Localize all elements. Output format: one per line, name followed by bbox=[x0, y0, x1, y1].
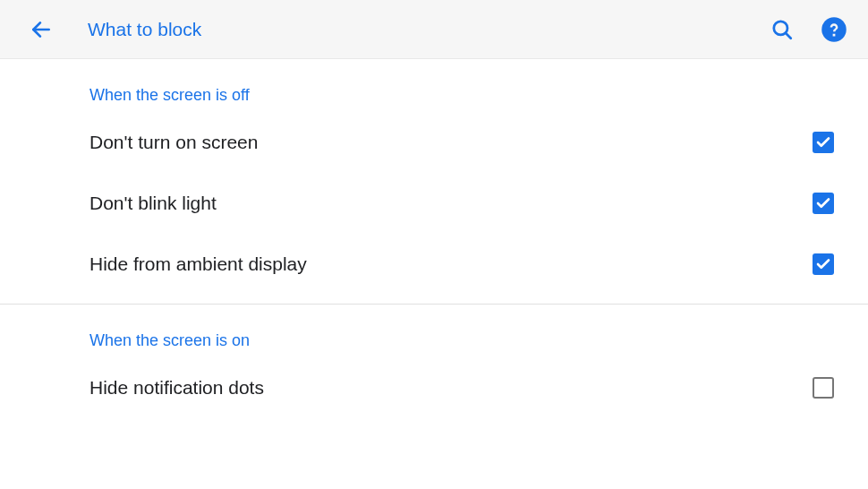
header-bar: What to block bbox=[0, 0, 868, 59]
section-header: When the screen is off bbox=[0, 59, 868, 112]
setting-label: Hide from ambient display bbox=[89, 253, 307, 275]
search-icon[interactable] bbox=[768, 15, 796, 44]
section-header: When the screen is on bbox=[0, 305, 868, 357]
checkbox-checked-icon[interactable] bbox=[813, 132, 834, 153]
setting-dont-blink-light[interactable]: Don't blink light bbox=[0, 173, 868, 234]
setting-hide-ambient[interactable]: Hide from ambient display bbox=[0, 234, 868, 295]
checkbox-checked-icon[interactable] bbox=[813, 193, 834, 214]
checkbox-unchecked-icon[interactable] bbox=[813, 377, 834, 399]
setting-hide-notification-dots[interactable]: Hide notification dots bbox=[0, 357, 868, 418]
setting-label: Don't blink light bbox=[89, 193, 217, 214]
svg-line-2 bbox=[786, 32, 791, 38]
page-title: What to block bbox=[88, 19, 768, 40]
section-screen-on: When the screen is on Hide notification … bbox=[0, 305, 868, 418]
help-icon[interactable] bbox=[818, 13, 850, 46]
setting-label: Don't turn on screen bbox=[89, 132, 258, 153]
checkbox-checked-icon[interactable] bbox=[813, 253, 834, 275]
setting-label: Hide notification dots bbox=[89, 377, 264, 399]
section-screen-off: When the screen is off Don't turn on scr… bbox=[0, 59, 868, 295]
back-icon[interactable] bbox=[27, 15, 55, 44]
setting-dont-turn-on-screen[interactable]: Don't turn on screen bbox=[0, 112, 868, 173]
header-actions bbox=[768, 13, 850, 46]
